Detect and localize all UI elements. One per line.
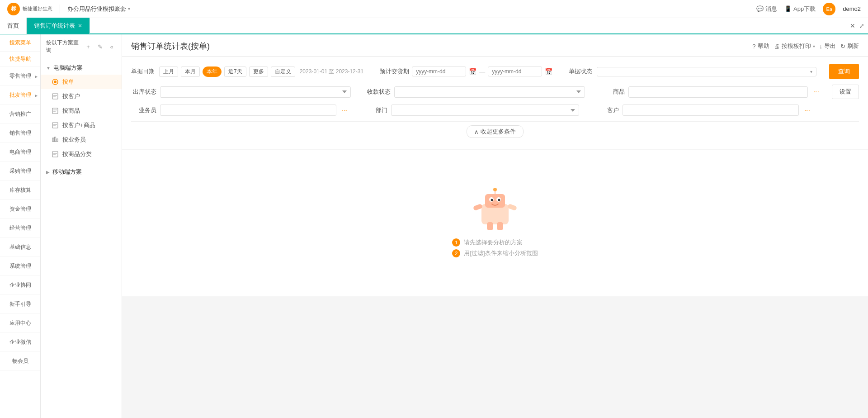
date-to-input[interactable] — [488, 66, 542, 76]
receive-status-select[interactable] — [394, 86, 585, 98]
sidebar-item-procurement[interactable]: 采购管理 — [0, 162, 40, 181]
scheme-group-header-mobile[interactable]: ▶ 移动端方案 — [41, 165, 122, 179]
tab-close-window-btn[interactable]: ✕ — [850, 22, 855, 29]
receive-status-label: 收款状态 — [365, 88, 391, 96]
date-from-icon: 📅 — [469, 68, 476, 75]
svg-point-21 — [491, 199, 493, 201]
customer-input[interactable] — [623, 104, 799, 116]
empty-tip-2: 2 用[过滤]条件来缩小分析范围 — [452, 249, 538, 257]
svg-rect-23 — [473, 204, 483, 211]
date-btn-custom[interactable]: 自定义 — [271, 66, 295, 77]
ship-status-select[interactable] — [160, 86, 351, 98]
dept-select[interactable] — [391, 104, 579, 116]
tab-sales-order-stats[interactable]: 销售订单统计表 ✕ — [27, 18, 90, 34]
customer-ellipsis[interactable]: ··· — [804, 106, 810, 114]
scheme-add-btn[interactable]: + — [84, 42, 93, 51]
avatar[interactable]: Ea — [823, 3, 835, 15]
message-icon: 💬 — [756, 5, 764, 12]
sidebar-item-sales[interactable]: 销售管理 — [0, 124, 40, 143]
date-btn-more[interactable]: 更多 — [249, 66, 268, 77]
date-btn-this-month[interactable]: 本月 — [181, 66, 200, 77]
content-area: 按以下方案查询 + ✎ « ▼ 电脑端方案 按单 — [41, 34, 868, 418]
scheme-panel-title: 按以下方案查询 — [46, 39, 84, 54]
sidebar-item-enterprise[interactable]: 企业协同 — [0, 276, 40, 295]
sidebar-item-retail[interactable]: 零售管理 — [0, 67, 40, 86]
date-from-input[interactable] — [412, 66, 466, 76]
sidebar-item-operations[interactable]: 经营管理 — [0, 219, 40, 238]
sidebar-item-basic[interactable]: 基础信息 — [0, 238, 40, 257]
app-title-dropdown-icon[interactable]: ▾ — [128, 6, 130, 11]
scheme-panel-header: 按以下方案查询 + ✎ « — [41, 34, 122, 59]
logo-text: 畅捷通好生意 — [23, 5, 52, 12]
sidebar-item-ecommerce[interactable]: 电商管理 — [0, 143, 40, 162]
download-icon: 📱 — [784, 5, 792, 12]
scheme-item-by-category[interactable]: 按商品分类 — [41, 147, 122, 162]
sidebar-item-newuser[interactable]: 新手引导 — [0, 295, 40, 314]
date-from-group: 📅 — [412, 66, 476, 76]
sidebar-item-finance[interactable]: 资金管理 — [0, 200, 40, 219]
status-label: 单据状态 — [569, 67, 594, 76]
settings-button[interactable]: 设置 — [832, 85, 859, 99]
scheme-group-pc: ▼ 电脑端方案 按单 按客户 — [41, 59, 122, 163]
sidebar-item-wholesale[interactable]: 批发管理 — [0, 86, 40, 105]
scheme-edit-btn[interactable]: ✎ — [95, 42, 104, 51]
query-button[interactable]: 查询 — [829, 64, 859, 79]
scheme-group-header-pc[interactable]: ▼ 电脑端方案 — [41, 61, 122, 75]
expected-delivery-group: 预计交货期 📅 — 📅 — [380, 66, 552, 76]
product-input[interactable] — [628, 86, 808, 98]
tab-close-icon[interactable]: ✕ — [78, 23, 82, 29]
scheme-item-by-salesperson[interactable]: 按业务员 — [41, 133, 122, 147]
svg-rect-12 — [55, 137, 56, 142]
date-btn-last-month[interactable]: 上月 — [159, 66, 178, 77]
sidebar-item-membership[interactable]: 畅会员 — [0, 352, 40, 371]
message-btn[interactable]: 💬 消息 — [756, 5, 777, 13]
help-btn[interactable]: ? 帮助 — [752, 42, 769, 50]
product-cell: 商品 ··· — [599, 86, 819, 98]
product-ellipsis[interactable]: ··· — [813, 88, 819, 96]
empty-tip-1-text: 请先选择要分析的方案 — [464, 238, 523, 247]
scheme-item-by-product[interactable]: 按商品 — [41, 104, 122, 118]
date-btn-this-year[interactable]: 本年 — [203, 66, 222, 77]
sidebar-item-appcenter[interactable]: 应用中心 — [0, 314, 40, 333]
sidebar-item-marketing[interactable]: 营销推广 — [0, 105, 40, 124]
refresh-btn[interactable]: ↻ 刷新 — [840, 42, 859, 50]
scheme-item-by-customer-product[interactable]: 按客户+商品 — [41, 118, 122, 133]
product-label: 商品 — [599, 88, 625, 96]
scheme-item-icon-by-customer-product — [52, 122, 59, 129]
export-btn[interactable]: ↓ 导出 — [820, 42, 836, 50]
date-to-group: 📅 — [488, 66, 552, 76]
app-title[interactable]: 办公用品行业模拟账套 ▾ — [67, 5, 130, 13]
print-icon: 🖨 — [774, 43, 780, 50]
top-bar-right: 💬 消息 📱 App下载 Ea demo2 — [756, 3, 861, 15]
date-btn-last-7days[interactable]: 近7天 — [224, 66, 246, 77]
salesperson-input[interactable] — [160, 104, 336, 116]
scheme-group-label-mobile: 移动端方案 — [52, 168, 82, 176]
sidebar-nav[interactable]: 快捷导航 — [0, 52, 40, 67]
filter-row-3: 业务员 ··· 部门 客户 ··· — [131, 104, 859, 116]
scheme-collapse-btn[interactable]: « — [107, 42, 116, 51]
salesperson-cell: 业务员 ··· — [131, 104, 348, 116]
status-select[interactable]: ▾ — [597, 67, 816, 76]
template-print-btn[interactable]: 🖨 按模板打印 ▾ — [774, 42, 815, 50]
sidebar-item-inventory[interactable]: 库存核算 — [0, 181, 40, 200]
top-bar-left: 标 畅捷通好生意 办公用品行业模拟账套 ▾ — [7, 3, 130, 15]
app-download-btn[interactable]: 📱 App下载 — [784, 5, 816, 13]
logo-area: 标 畅捷通好生意 — [7, 3, 52, 15]
tab-expand-btn[interactable]: ⤢ — [859, 22, 864, 29]
scheme-item-icon-by-customer — [52, 93, 59, 100]
sidebar-item-corpwechat[interactable]: 企业微信 — [0, 333, 40, 352]
empty-illustration — [468, 186, 522, 231]
salesperson-ellipsis[interactable]: ··· — [342, 106, 348, 114]
tab-home[interactable]: 首页 — [0, 18, 27, 34]
expected-delivery-label: 预计交货期 — [380, 67, 409, 76]
sidebar-search[interactable]: 搜索菜单 — [0, 34, 40, 52]
scheme-item-by-order[interactable]: 按单 — [41, 75, 122, 89]
scheme-item-icon-by-category — [52, 151, 59, 158]
divider — [60, 5, 60, 14]
mobile-group-expand-icon: ▶ — [46, 170, 50, 175]
scheme-item-icon-by-order — [52, 78, 59, 86]
scheme-item-by-customer[interactable]: 按客户 — [41, 89, 122, 104]
collapse-btn[interactable]: ∧ 收起更多条件 — [467, 125, 524, 138]
svg-rect-8 — [52, 123, 58, 128]
sidebar-item-system[interactable]: 系统管理 — [0, 257, 40, 276]
